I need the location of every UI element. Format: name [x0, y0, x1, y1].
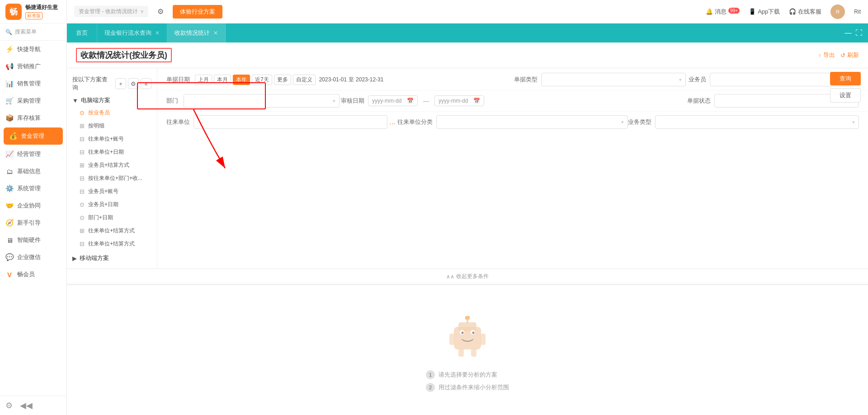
notification-action[interactable]: 🔔 消息 99+ [706, 8, 740, 16]
query-button[interactable]: 查询 [830, 72, 861, 85]
sidebar-item-operations[interactable]: 📈 经营管理 [0, 146, 66, 163]
inventory-icon: 📦 [5, 114, 14, 122]
tab-minimize-icon[interactable]: — [844, 29, 852, 37]
refresh-icon: ↺ [840, 52, 845, 59]
svg-rect-8 [449, 334, 455, 345]
online-service-action[interactable]: 🎧 在线客服 [789, 8, 821, 16]
tab-maximize-icon[interactable]: ⛶ [855, 29, 863, 37]
svg-point-6 [462, 331, 464, 334]
condition-row-3: 往来单位 ... 往来单位分类 ▾ [157, 112, 868, 133]
svg-rect-9 [480, 334, 486, 345]
date-btn-this-year[interactable]: 本年 [233, 75, 250, 85]
review-date-end-input[interactable]: yyyy-mm-dd 📅 [434, 95, 484, 106]
sidebar-item-enterprise[interactable]: 🤝 企业协同 [0, 197, 66, 214]
review-date-start-input[interactable]: yyyy-mm-dd 📅 [368, 95, 418, 106]
tree-item-label: 业务员+账号 [88, 188, 118, 195]
tree-item-by-salesperson[interactable]: ⊙ 按业务员 [67, 106, 157, 119]
tree-item-partner-account[interactable]: ⊟ 往来单位+账号 [67, 132, 157, 146]
tip-text-1: 请先选择要分析的方案 [439, 371, 497, 379]
review-date-condition: 审核日期 yyyy-mm-dd 📅 — yyyy-mm-dd 📅 [340, 95, 686, 106]
tree-item-salesperson-date[interactable]: ⊙ 业务员+日期 [67, 198, 157, 211]
tip-text-2: 用过滤条件来缩小分析范围 [439, 383, 509, 391]
doc-type-select[interactable]: ▾ [541, 73, 686, 86]
tab-collection-stats-close[interactable]: ✕ [213, 30, 218, 36]
tab-home[interactable]: 首页 [67, 24, 97, 42]
tree-section-mobile[interactable]: ▶ 移动端方案 [67, 252, 157, 264]
partner-select[interactable] [193, 115, 387, 129]
tab-bank-flow[interactable]: 现金银行流水查询 ✕ [97, 24, 167, 42]
layout-wrapper: 收款情况统计(按业务员) ↑ 导出 ↺ 刷新 按以下方案查询 + [67, 42, 868, 415]
sidebar-item-basic-info[interactable]: 🗂 基础信息 [0, 163, 66, 180]
scheme-settings-btn[interactable]: ⚙ [128, 78, 139, 89]
tree-item-partner-settlement1[interactable]: ⊞ 往来单位+结算方式 [67, 224, 157, 237]
sidebar-item-wechat[interactable]: 💬 企业微信 [0, 249, 66, 266]
tree-item-partner-date[interactable]: ⊟ 往来单位+日期 [67, 146, 157, 159]
sidebar-item-label: 畅会员 [17, 270, 35, 278]
partner-input-area: ... [193, 115, 397, 129]
trial-button[interactable]: 体验行业方案 [173, 5, 222, 19]
notification-icon: 🔔 [706, 8, 713, 15]
tree-section-desktop[interactable]: ▼ 电脑端方案 [67, 94, 157, 106]
sidebar-item-sales[interactable]: 📊 销售管理 [0, 75, 66, 92]
search-menu[interactable]: 🔍 搜索菜单 [0, 24, 66, 41]
tab-bank-flow-close[interactable]: ✕ [155, 30, 160, 36]
enterprise-icon: 🤝 [5, 202, 14, 210]
sidebar-item-quick-nav[interactable]: ⚡ 快捷导航 [0, 41, 66, 58]
sidebar-item-label: 库存核算 [17, 114, 41, 122]
biz-type-select[interactable]: ▾ [655, 115, 859, 129]
export-icon: ↑ [819, 52, 822, 59]
user-avatar[interactable]: R [830, 5, 845, 19]
doc-type-condition: 单据类型 ▾ [513, 73, 686, 86]
sidebar-item-smart-hw[interactable]: 🖥 智能硬件 [0, 231, 66, 249]
sidebar-item-finance[interactable]: 💰 资金管理 [4, 127, 63, 145]
sidebar-item-system[interactable]: ⚙️ 系统管理 [0, 180, 66, 197]
tree-item-label: 按明细 [88, 122, 104, 130]
partner-category-select[interactable]: ▾ [436, 115, 628, 129]
calendar-icon-end: 📅 [473, 98, 480, 104]
partner-category-condition: 往来单位分类 ▾ [397, 115, 628, 129]
date-btn-last-month[interactable]: 上月 [195, 75, 212, 85]
salesperson-select[interactable] [710, 73, 849, 86]
sidebar-item-inventory[interactable]: 📦 库存核算 [0, 109, 66, 127]
app-download-action[interactable]: 📱 App下载 [749, 8, 780, 16]
page-header: 收款情况统计(按业务员) ↑ 导出 ↺ 刷新 [67, 42, 868, 68]
tab-collection-stats[interactable]: 收款情况统计 ✕ [167, 24, 226, 42]
tree-item-salesperson-account[interactable]: ⊟ 业务员+账号 [67, 185, 157, 198]
search-label: 搜索菜单 [15, 28, 37, 36]
sidebar-bottom: ⚙ ◀◀ [0, 396, 66, 415]
sidebar-item-member[interactable]: V 畅会员 [0, 266, 66, 283]
date-btn-7days[interactable]: 近7天 [252, 75, 272, 85]
tree-item-partner-dept[interactable]: ⊟ 按往来单位+部门+收... [67, 172, 157, 185]
date-range: 2023-01-01 至 2023-12-31 [319, 76, 384, 84]
sidebar-item-marketing[interactable]: 📢 营销推广 [0, 58, 66, 75]
collapse-button[interactable]: ∧∧ 收起更多条件 [446, 273, 489, 280]
tree-item-partner-settlement2[interactable]: ⊟ 往来单位+结算方式 [67, 237, 157, 250]
sidebar-item-purchase[interactable]: 🛒 采购管理 [0, 92, 66, 109]
date-btn-more[interactable]: 更多 [274, 75, 291, 85]
settings-bottom-icon[interactable]: ⚙ [5, 401, 13, 410]
sidebar-item-guide[interactable]: 🧭 新手引导 [0, 214, 66, 231]
tab-controls: — ⛶ [839, 29, 868, 37]
empty-tip-1: 1 请先选择要分析的方案 [426, 370, 509, 379]
tree-item-salesperson-settlement[interactable]: ⊞ 业务员+结算方式 [67, 159, 157, 172]
header-settings-icon[interactable]: ⚙ [154, 5, 167, 19]
date-btn-custom[interactable]: 自定义 [293, 75, 316, 85]
partner-more-btn[interactable]: ... [387, 118, 397, 126]
settings-button[interactable]: 设置 [830, 88, 861, 103]
refresh-action[interactable]: ↺ 刷新 [840, 51, 859, 59]
date-btn-this-month[interactable]: 本月 [214, 75, 231, 85]
dept-select[interactable]: ▾ [184, 94, 340, 108]
scheme-add-btn[interactable]: + [115, 78, 126, 89]
empty-state: 1 请先选择要分析的方案 2 用过滤条件来缩小分析范围 [67, 285, 868, 415]
tree-item-by-detail[interactable]: ⊞ 按明细 [67, 119, 157, 132]
dept-arrow: ▾ [333, 98, 335, 104]
condition-row-1: 单据日期 上月 本月 本年 近7天 更多 自定义 2023-01-01 至 [157, 68, 868, 90]
logo-icon: 畅 [5, 4, 22, 20]
tree-item-dept-date[interactable]: ⊙ 部门+日期 [67, 211, 157, 224]
collapse-sidebar-icon[interactable]: ◀◀ [20, 401, 33, 410]
export-action[interactable]: ↑ 导出 [819, 51, 835, 59]
calendar-icon: 📅 [407, 98, 414, 104]
scheme-collapse-btn[interactable]: « [141, 78, 151, 89]
tree-item-icon: ⊟ [80, 188, 85, 195]
tree-item-icon: ⊙ [80, 201, 85, 208]
